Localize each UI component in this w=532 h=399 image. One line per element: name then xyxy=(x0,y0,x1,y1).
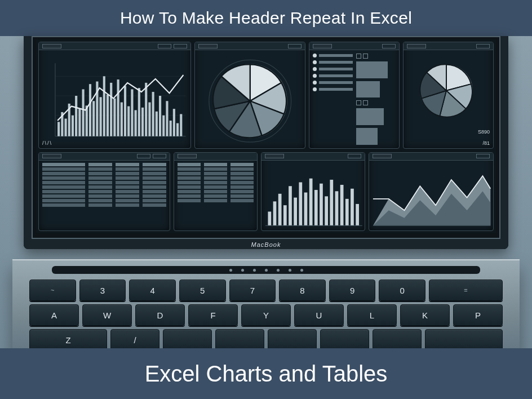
svg-rect-25 xyxy=(127,107,130,136)
svg-rect-26 xyxy=(131,89,133,136)
bar-chart-svg xyxy=(261,161,365,230)
keyboard: ~ 3 4 5 7 8 9 0 = A W D F xyxy=(29,280,503,351)
key: D xyxy=(135,304,185,326)
title-bar-top: How To Make Header Repeat In Excel xyxy=(0,0,532,36)
dashboard-row-top: /\/\ xyxy=(38,42,494,149)
checkbox-icon xyxy=(356,100,361,105)
barline-chart-svg xyxy=(39,50,190,148)
touch-bar xyxy=(52,266,480,274)
svg-rect-46 xyxy=(278,193,282,225)
header-chip-icon xyxy=(382,44,396,48)
panel-tab-icon xyxy=(178,154,197,158)
svg-rect-48 xyxy=(289,186,292,225)
key xyxy=(163,329,212,351)
panel-bar-chart xyxy=(261,152,365,231)
key: 0 xyxy=(379,280,425,301)
key: 3 xyxy=(79,280,126,301)
key: A xyxy=(29,304,79,326)
svg-rect-50 xyxy=(299,182,302,225)
svg-rect-7 xyxy=(64,119,66,136)
header-chip-icon xyxy=(476,44,490,48)
svg-rect-28 xyxy=(138,88,140,136)
svg-rect-31 xyxy=(148,103,150,136)
svg-rect-14 xyxy=(89,84,91,136)
panel-header xyxy=(174,153,257,161)
svg-rect-61 xyxy=(356,203,359,225)
options-grid xyxy=(309,50,399,148)
key-row: ~ 3 4 5 7 8 9 0 = xyxy=(29,280,503,301)
panel-tab-icon xyxy=(313,44,332,48)
header-chip-icon xyxy=(174,44,187,48)
svg-rect-45 xyxy=(273,201,276,225)
panel-tab-icon xyxy=(42,44,61,48)
key: = xyxy=(429,280,503,301)
panel-header xyxy=(195,42,305,50)
panel-tab-icon xyxy=(265,154,284,158)
key: 7 xyxy=(229,280,276,301)
svg-rect-9 xyxy=(72,116,74,136)
svg-rect-49 xyxy=(294,197,297,225)
dashboard-row-bottom xyxy=(38,152,494,231)
radio-icon xyxy=(313,74,317,78)
svg-rect-33 xyxy=(156,112,158,136)
checkbox-icon xyxy=(363,100,368,105)
key: L xyxy=(347,304,397,326)
svg-rect-60 xyxy=(351,188,354,225)
panel-pie-chart xyxy=(194,42,306,149)
key xyxy=(320,329,369,351)
svg-rect-30 xyxy=(145,83,147,136)
title-text-top: How To Make Header Repeat In Excel xyxy=(120,8,412,28)
key: 4 xyxy=(129,280,176,301)
key: U xyxy=(294,304,344,326)
svg-rect-22 xyxy=(117,79,119,136)
header-chip-icon xyxy=(158,44,171,48)
svg-rect-12 xyxy=(82,89,85,136)
key: 5 xyxy=(179,280,226,301)
svg-rect-56 xyxy=(330,180,333,225)
value-label-2: /81 xyxy=(482,140,490,146)
radio-icon xyxy=(313,54,317,57)
panel-barline-chart: /\/\ xyxy=(38,42,191,149)
svg-rect-11 xyxy=(78,109,81,136)
value-label: S890 xyxy=(478,129,490,135)
key-row: A W D F Y U L K P xyxy=(29,304,503,326)
panel-data-table-2 xyxy=(174,152,258,231)
checkbox-icon xyxy=(356,54,361,59)
data-grid xyxy=(174,161,257,230)
svg-rect-32 xyxy=(152,92,154,136)
key: Y xyxy=(241,304,291,326)
data-grid xyxy=(39,161,170,230)
key: K xyxy=(400,304,450,326)
svg-rect-58 xyxy=(340,185,344,225)
key xyxy=(425,329,503,351)
svg-rect-40 xyxy=(180,114,182,136)
svg-rect-10 xyxy=(75,96,77,136)
illustration-stage: MacBook xyxy=(0,36,532,348)
laptop-screen-bezel: MacBook xyxy=(24,36,508,249)
svg-rect-34 xyxy=(159,96,161,136)
radio-icon xyxy=(313,87,317,91)
key: ~ xyxy=(29,280,76,301)
svg-rect-17 xyxy=(100,97,102,136)
key: W xyxy=(82,304,132,326)
key xyxy=(215,329,264,351)
svg-rect-35 xyxy=(162,116,165,136)
header-chip-icon xyxy=(476,154,490,158)
panel-pie-chart-2: S890 /81 xyxy=(403,42,494,149)
svg-rect-18 xyxy=(103,76,105,136)
svg-rect-21 xyxy=(113,99,116,136)
svg-rect-55 xyxy=(325,196,328,225)
title-text-bottom: Excel Charts and Tables xyxy=(145,361,388,387)
area-chart-svg xyxy=(369,161,493,230)
axis-tick-label: /\/\ xyxy=(42,140,52,146)
title-bar-bottom: Excel Charts and Tables xyxy=(0,348,532,399)
svg-rect-15 xyxy=(92,101,95,136)
key: F xyxy=(188,304,238,326)
header-chip-icon xyxy=(153,154,166,158)
svg-rect-37 xyxy=(170,121,172,136)
svg-rect-47 xyxy=(283,205,287,225)
svg-rect-20 xyxy=(110,83,112,136)
svg-rect-57 xyxy=(335,191,338,225)
panel-header xyxy=(261,153,365,161)
key: / xyxy=(110,329,159,351)
